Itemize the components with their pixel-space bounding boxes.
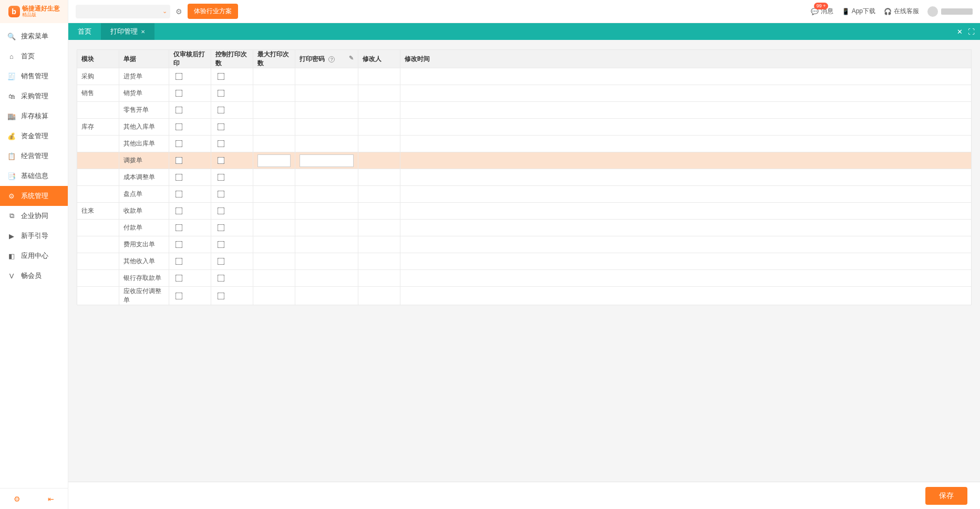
audit-print-checkbox[interactable] — [176, 224, 183, 232]
doc-cell: 零售开单 — [119, 102, 169, 119]
audit-print-checkbox[interactable] — [176, 107, 183, 114]
audit-print-checkbox[interactable] — [176, 174, 183, 181]
ctrl-print-checkbox[interactable] — [218, 191, 225, 198]
ctrl-print-checkbox[interactable] — [218, 140, 225, 148]
max-print-cell — [253, 169, 295, 186]
sidebar-item-5[interactable]: 💰资金管理 — [0, 126, 68, 146]
sidebar-item-icon: 🏬 — [7, 112, 16, 120]
ctrl-print-checkbox[interactable] — [218, 241, 225, 248]
ctrl-print-checkbox[interactable] — [218, 73, 225, 80]
doc-cell: 盘点单 — [119, 186, 169, 203]
doc-cell: 应收应付调整单 — [119, 287, 169, 305]
sidebar-item-6[interactable]: 📋经营管理 — [0, 146, 68, 166]
edit-icon[interactable]: ✎ — [349, 55, 354, 61]
sidebar-item-icon: 💰 — [7, 132, 16, 140]
print-pwd-cell — [295, 102, 358, 119]
doc-cell: 其他收入单 — [119, 253, 169, 270]
audit-print-checkbox[interactable] — [176, 123, 183, 131]
modify-time-cell — [400, 287, 972, 305]
promo-button[interactable]: 体验行业方案 — [188, 4, 238, 19]
th-max-print: 最大打印次数 — [253, 50, 295, 68]
table-row: 零售开单 — [77, 102, 972, 119]
ctrl-print-checkbox[interactable] — [218, 224, 225, 232]
brand-name: 畅捷通好生意 — [22, 5, 60, 12]
audit-print-checkbox[interactable] — [176, 90, 183, 97]
print-settings-card: 模块 单据 仅审核后打印 控制打印次数 最大打印次数 打印密码 ? ✎ 修改人 — [77, 49, 972, 305]
max-print-input[interactable] — [257, 154, 291, 167]
max-print-cell — [253, 152, 295, 169]
table-row: 应收应付调整单 — [77, 287, 972, 305]
sidebar-item-9[interactable]: ⧉企业协同 — [0, 206, 68, 226]
close-tab-icon[interactable]: ✕ — [957, 28, 963, 36]
sidebar-item-2[interactable]: 🧾销售管理 — [0, 66, 68, 86]
modify-time-cell — [400, 136, 972, 152]
account-selector[interactable]: ⌄ — [76, 5, 170, 18]
user-name-placeholder — [941, 8, 973, 15]
sidebar-item-0[interactable]: 🔍搜索菜单 — [0, 26, 68, 46]
print-pwd-input[interactable] — [300, 154, 354, 167]
close-icon[interactable]: ✕ — [141, 29, 145, 35]
sidebar-item-10[interactable]: ▶新手引导 — [0, 226, 68, 246]
sidebar-item-3[interactable]: 🛍采购管理 — [0, 86, 68, 106]
phone-icon: 📱 — [842, 8, 850, 15]
ctrl-print-checkbox[interactable] — [218, 207, 225, 215]
fullscreen-icon[interactable]: ⛶ — [968, 28, 975, 36]
max-print-cell — [253, 186, 295, 203]
collapse-icon[interactable]: ⇤ — [48, 495, 54, 503]
audit-print-checkbox[interactable] — [176, 207, 183, 215]
audit-print-checkbox[interactable] — [176, 258, 183, 265]
print-pwd-cell — [295, 186, 358, 203]
sidebar-item-7[interactable]: 📑基础信息 — [0, 166, 68, 186]
sidebar-item-1[interactable]: ⌂首页 — [0, 46, 68, 66]
app-download-button[interactable]: 📱 App下载 — [842, 7, 875, 16]
user-menu[interactable] — [927, 6, 973, 17]
ctrl-print-checkbox[interactable] — [218, 258, 225, 265]
sidebar-item-8[interactable]: ⚙系统管理 — [0, 186, 68, 206]
max-print-cell — [253, 68, 295, 85]
gear-icon[interactable]: ⚙ — [14, 495, 20, 503]
max-print-cell — [253, 203, 295, 220]
module-cell — [77, 253, 119, 270]
th-ctrl-print: 控制打印次数 — [211, 50, 253, 68]
help-icon[interactable]: ? — [328, 56, 335, 63]
print-settings-table: 模块 单据 仅审核后打印 控制打印次数 最大打印次数 打印密码 ? ✎ 修改人 — [77, 49, 972, 305]
audit-print-checkbox[interactable] — [176, 140, 183, 148]
sidebar-item-4[interactable]: 🏬库存核算 — [0, 106, 68, 126]
audit-print-cell — [169, 236, 211, 253]
audit-print-checkbox[interactable] — [176, 275, 183, 282]
account-gear-icon[interactable]: ⚙ — [176, 7, 182, 16]
sidebar-nav: 🔍搜索菜单⌂首页🧾销售管理🛍采购管理🏬库存核算💰资金管理📋经营管理📑基础信息⚙系… — [0, 23, 68, 488]
ctrl-print-cell — [211, 220, 253, 236]
app-download-label: App下载 — [852, 7, 875, 16]
max-print-cell — [253, 85, 295, 102]
sidebar-item-12[interactable]: V畅会员 — [0, 266, 68, 286]
audit-print-checkbox[interactable] — [176, 241, 183, 248]
doc-cell: 其他出库单 — [119, 136, 169, 152]
sidebar-item-11[interactable]: ◧应用中心 — [0, 246, 68, 266]
ctrl-print-checkbox[interactable] — [218, 292, 225, 299]
ctrl-print-cell — [211, 169, 253, 186]
save-button[interactable]: 保存 — [925, 487, 967, 505]
ctrl-print-checkbox[interactable] — [218, 90, 225, 97]
audit-print-checkbox[interactable] — [176, 157, 183, 164]
ctrl-print-checkbox[interactable] — [218, 157, 225, 164]
ctrl-print-checkbox[interactable] — [218, 174, 225, 181]
ctrl-print-checkbox[interactable] — [218, 123, 225, 131]
table-row: 销售销货单 — [77, 85, 972, 102]
modify-time-cell — [400, 68, 972, 85]
ctrl-print-checkbox[interactable] — [218, 275, 225, 282]
tab-print-mgmt[interactable]: 打印管理 ✕ — [101, 23, 154, 40]
online-service-button[interactable]: 🎧 在线客服 — [884, 7, 919, 16]
sidebar-item-icon: 🔍 — [7, 32, 16, 40]
audit-print-checkbox[interactable] — [176, 73, 183, 80]
tab-home[interactable]: 首页 — [68, 23, 101, 40]
sidebar-item-label: 库存核算 — [21, 111, 48, 121]
audit-print-checkbox[interactable] — [176, 292, 183, 299]
ctrl-print-cell — [211, 186, 253, 203]
message-button[interactable]: 💬 99 + 消息 — [811, 7, 833, 16]
audit-print-checkbox[interactable] — [176, 191, 183, 198]
sidebar-item-icon: 🧾 — [7, 72, 16, 80]
table-row: 其他出库单 — [77, 136, 972, 152]
ctrl-print-checkbox[interactable] — [218, 107, 225, 114]
ctrl-print-cell — [211, 102, 253, 119]
